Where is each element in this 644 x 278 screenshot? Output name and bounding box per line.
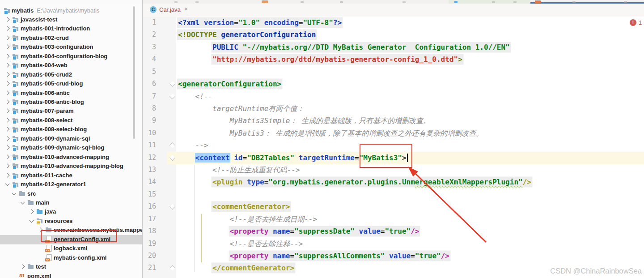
chevron-right-icon[interactable] [5, 145, 10, 150]
chevron-right-icon[interactable] [5, 45, 10, 49]
chevron-right-icon[interactable] [5, 173, 10, 177]
tree-item-mybatis-006-antic[interactable]: mybatis-006-antic [0, 89, 142, 98]
module-folder-icon [12, 107, 19, 115]
line-number: 7 [142, 90, 156, 103]
line-number: 11 [142, 139, 156, 151]
module-folder-icon [12, 163, 19, 170]
ide-window: mybatisE:\Java\mybatis\mybatisjavassist-… [0, 0, 644, 278]
folder-icon [27, 263, 34, 270]
module-folder-icon [12, 126, 19, 133]
tab-text-remnant [174, 1, 178, 3]
tab-remnant-green[interactable] [449, 0, 530, 4]
tree-item-label: mybatis-007-param [21, 107, 74, 114]
line-number: 20 [142, 250, 156, 262]
tree-item-mybatis-002-crud[interactable]: mybatis-002-crud [0, 34, 142, 43]
tree-item-mybatis-005-crud2[interactable]: mybatis-005-crud2 [0, 70, 142, 80]
tree-item-main[interactable]: main [0, 198, 142, 208]
tree-item-pom-xml[interactable]: pom.xml [0, 272, 142, 278]
chevron-right-icon[interactable] [5, 35, 10, 40]
chevron-right-icon[interactable] [5, 118, 10, 122]
code-line-17: <!--是否去掉生成日期--> [178, 213, 317, 225]
tree-item-mybatis-009-dynamic-sql[interactable]: mybatis-009-dynamic-sql [0, 134, 142, 144]
tree-item-mybatis-009-dynamic-sql-blog[interactable]: mybatis-009-dynamic-sql-blog [0, 143, 142, 153]
chevron-right-icon[interactable] [30, 210, 34, 214]
tree-item-mybatis-008-select-blog[interactable]: mybatis-008-select-blog [0, 125, 142, 134]
tree-item-mybatis-004-configuration-blog[interactable]: mybatis-004-configuration-blog [0, 52, 142, 61]
tree-item-mybatis-config-xml[interactable]: mybatis-config.xml [0, 253, 142, 263]
tree-item-mybatis-006-antic-blog[interactable]: mybatis-006-antic-blog [0, 98, 142, 107]
chevron-right-icon[interactable] [5, 90, 10, 95]
line-number: 13 [142, 164, 156, 176]
tab-text-remnant [513, 1, 517, 3]
chevron-down-icon[interactable] [21, 200, 25, 204]
tree-item-mybatis-010-advanced-mapping-blog[interactable]: mybatis-010-advanced-mapping-blog [0, 162, 142, 171]
tree-item-mybatis-005-crud-blog[interactable]: mybatis-005-crud-blog [0, 79, 142, 89]
chevron-right-icon[interactable] [5, 81, 10, 86]
code-line-21: </commentGenerator> [178, 262, 294, 274]
chevron-right-icon[interactable] [5, 100, 10, 104]
maven-pom-icon [19, 273, 26, 278]
chevron-right-icon[interactable] [5, 109, 10, 113]
tree-item-logback-xml[interactable]: logback.xml [0, 244, 142, 253]
line-number: 14 [142, 176, 156, 188]
code-line-18: <property name="suppressDate" value="tru… [178, 225, 419, 237]
tree-item-java[interactable]: java [0, 207, 142, 217]
chevron-right-icon[interactable] [21, 265, 25, 269]
error-count: 1 [639, 19, 642, 26]
line-number: 18 [142, 225, 156, 237]
chevron-down-icon[interactable] [12, 191, 17, 195]
chevron-right-icon[interactable] [5, 17, 10, 21]
tree-scrollbar[interactable] [133, 6, 135, 139]
tab-car-java[interactable]: C Car.java × [146, 4, 189, 16]
tree-item-mybatis-012-generator1[interactable]: mybatis-012-generator1 [0, 180, 142, 189]
module-folder-icon [12, 34, 19, 42]
tree-item-src[interactable]: src [0, 189, 142, 199]
module-folder-icon [12, 16, 19, 23]
chevron-right-icon[interactable] [5, 127, 10, 132]
tree-item-mybatis[interactable]: mybatisE:\Java\mybatis\mybatis [0, 6, 142, 16]
tree-item-javassist-test[interactable]: javassist-test [0, 15, 142, 25]
chevron-right-icon[interactable] [5, 136, 10, 141]
tree-item-label: mybatis-001-introduction [21, 25, 90, 32]
module-folder-icon [12, 117, 19, 124]
annotation-arrow [398, 159, 492, 248]
line-number: 15 [142, 188, 156, 201]
code-line-10: MyBatis3： 生成的是增强版，除了基本的增删改查之外还有复杂的增删改查。 [178, 127, 483, 139]
inspections-widget[interactable]: ! 1 [630, 19, 644, 27]
java-source-folder-icon [36, 208, 43, 215]
line-number: 4 [142, 53, 156, 65]
tree-item-mybatis-004-web[interactable]: mybatis-004-web [0, 61, 142, 70]
tab-text-remnant [195, 1, 199, 3]
line-number: 2 [142, 29, 156, 41]
tree-item-mybatis-010-advanced-mapping[interactable]: mybatis-010-advanced-mapping [0, 153, 142, 162]
chevron-right-icon[interactable] [5, 26, 10, 31]
tab-text-remnant [402, 1, 406, 3]
tree-item-label: java [45, 208, 56, 215]
tree-item-label: mybatis-003-configuration [21, 43, 93, 50]
tree-item-label: javassist-test [21, 16, 57, 23]
chevron-down-icon[interactable] [30, 218, 34, 222]
chevron-right-icon[interactable] [5, 63, 10, 68]
chevron-right-icon[interactable] [5, 164, 10, 168]
annotation-box-generatorconfig [41, 230, 117, 242]
error-icon: ! [630, 19, 636, 26]
tree-item-mybatis-001-introduction[interactable]: mybatis-001-introduction [0, 24, 142, 34]
tree-item-mybatis-003-configuration[interactable]: mybatis-003-configuration [0, 43, 142, 52]
line-number: 8 [142, 103, 156, 115]
tree-item-mybatis-011-cache[interactable]: mybatis-011-cache [0, 171, 142, 180]
chevron-right-icon[interactable] [5, 72, 10, 77]
code-line-2: <!DOCTYPE generatorConfiguration [178, 29, 316, 41]
tree-item-mybatis-007-param[interactable]: mybatis-007-param [0, 107, 142, 116]
folder-icon [27, 199, 34, 206]
tree-item-resources[interactable]: resources [0, 217, 142, 226]
chevron-right-icon[interactable] [5, 154, 10, 159]
tree-item-label: mybatis-010-advanced-mapping-blog [21, 163, 123, 169]
close-icon[interactable]: × [184, 5, 188, 13]
chevron-right-icon[interactable] [5, 54, 10, 58]
chevron-down-icon[interactable] [5, 182, 10, 186]
tree-item-label: mybatis-010-advanced-mapping [21, 154, 109, 160]
tree-item-test[interactable]: test [0, 262, 142, 272]
tree-item-mybatis-008-select[interactable]: mybatis-008-select [0, 116, 142, 125]
tree-item-label: mybatis-006-antic [21, 90, 70, 96]
editor-tab-bar: C Car.java × [143, 4, 644, 17]
